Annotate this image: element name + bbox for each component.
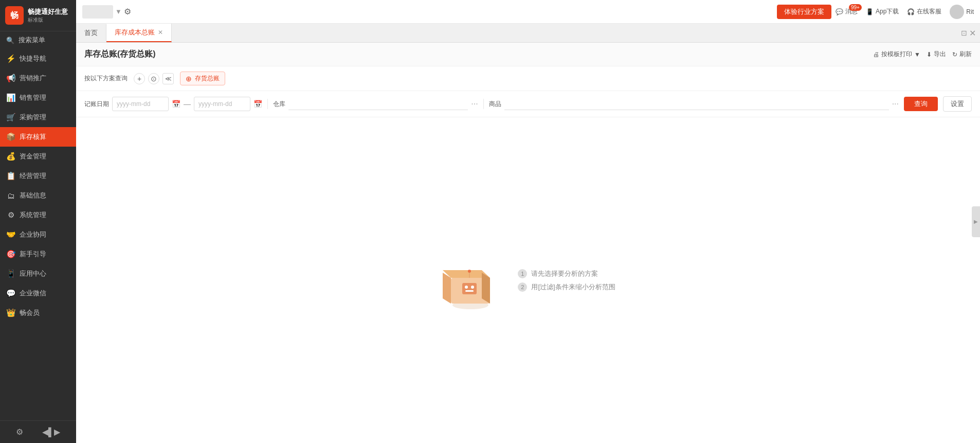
sidebar-item-operations[interactable]: 📋经营管理 xyxy=(0,166,76,186)
right-panel-indicator[interactable]: ▶ xyxy=(972,206,980,237)
nav-icon-guide: 🎯 xyxy=(6,250,15,259)
nav-label-finance: 资金管理 xyxy=(20,152,46,161)
nav-label-app-center: 应用中心 xyxy=(20,269,46,278)
headset-icon: 🎧 xyxy=(907,8,915,15)
user-avatar-area[interactable]: Rit xyxy=(950,5,974,19)
tab-inventory-ledger[interactable]: 库存成本总账 ✕ xyxy=(106,24,172,42)
goods-field: 商品 ··· xyxy=(489,98,899,110)
sidebar-item-vip[interactable]: 👑畅会员 xyxy=(0,303,76,323)
main-area: ▼ ⚙ 体验行业方案 💬 消息 99+ 📱 App下载 🎧 在线客服 Rit xyxy=(76,0,980,443)
page-content: 库存总账(存货总账) 🖨 按模板打印 ▼ ⬇ 导出 ↻ 刷新 xyxy=(76,43,980,443)
nav-icon-purchase: 🛒 xyxy=(6,113,15,122)
sidebar-item-finance[interactable]: 💰资金管理 xyxy=(0,147,76,166)
hint-num-2: 2 xyxy=(518,282,527,292)
notification-badge: 99+ xyxy=(849,4,862,11)
svg-marker-4 xyxy=(482,273,490,304)
topbar-right: 💬 消息 99+ 📱 App下载 🎧 在线客服 Rit xyxy=(836,5,974,19)
calendar-to-icon[interactable]: 📅 xyxy=(253,100,262,108)
date-field: 记账日期 📅 — 📅 xyxy=(84,97,262,111)
app-logo: 畅 畅捷通好生意 标准版 xyxy=(0,0,76,31)
scheme-icon: ⊕ xyxy=(186,75,192,83)
empty-hint-1: 1 请先选择要分析的方案 xyxy=(518,269,615,278)
nav-icon-wechat: 💬 xyxy=(6,289,15,298)
refresh-icon: ↻ xyxy=(952,51,957,58)
notifications-button[interactable]: 💬 消息 99+ xyxy=(836,7,858,16)
online-service-button[interactable]: 🎧 在线客服 xyxy=(907,7,941,16)
sidebar-item-basic-info[interactable]: 🗂基础信息 xyxy=(0,186,76,205)
panel-restore-icon[interactable]: ⊡ xyxy=(961,29,967,37)
nav-label-operations: 经营管理 xyxy=(20,171,46,181)
sidebar-item-sales[interactable]: 📊销售管理 xyxy=(0,88,76,108)
tab-close-icon[interactable]: ✕ xyxy=(158,29,163,36)
warehouse-more-icon[interactable]: ··· xyxy=(471,99,478,109)
sidebar-footer: ⚙ ◀▌▶ xyxy=(0,420,76,443)
sidebar-item-app-center[interactable]: 📱应用中心 xyxy=(0,264,76,283)
goods-more-icon[interactable]: ··· xyxy=(892,99,899,109)
refresh-button[interactable]: ↻ 刷新 xyxy=(952,50,972,59)
nav-icon-finance: 💰 xyxy=(6,152,15,161)
warehouse-input[interactable] xyxy=(288,98,468,110)
sidebar-item-quick-nav[interactable]: ⚡快捷导航 xyxy=(0,49,76,68)
date-to-input[interactable] xyxy=(194,97,250,111)
page-title: 库存总账(存货总账) xyxy=(84,49,156,60)
date-separator: — xyxy=(184,100,191,108)
nav-label-basic-info: 基础信息 xyxy=(20,191,46,200)
nav-label-system: 系统管理 xyxy=(20,210,46,220)
filter-add-button[interactable]: + xyxy=(134,73,145,84)
date-label: 记账日期 xyxy=(84,100,109,109)
sidebar-item-inventory[interactable]: 📦库存核算 xyxy=(0,127,76,147)
filter-scheme-item[interactable]: ⊕ 存货总账 xyxy=(180,72,225,85)
svg-point-10 xyxy=(468,270,471,273)
filter-collapse-button[interactable]: ≪ xyxy=(162,73,174,84)
warehouse-label: 仓库 xyxy=(273,100,285,109)
hint-num-1: 1 xyxy=(518,269,527,278)
filter-row: 按以下方案查询 + ⊙ ≪ ⊕ 存货总账 xyxy=(84,72,972,85)
nav-icon-inventory: 📦 xyxy=(6,132,15,141)
topbar-settings-icon[interactable]: ⚙ xyxy=(124,7,131,16)
nav-icon-marketing: 📢 xyxy=(6,74,15,83)
svg-rect-8 xyxy=(465,290,474,292)
sidebar-item-purchase[interactable]: 🛒采购管理 xyxy=(0,108,76,127)
warehouse-field: 仓库 ··· xyxy=(273,98,478,110)
page-header: 库存总账(存货总账) 🖨 按模板打印 ▼ ⬇ 导出 ↻ 刷新 xyxy=(76,43,980,66)
sidebar-item-cooperation[interactable]: 🤝企业协同 xyxy=(0,225,76,244)
empty-state: 1 请先选择要分析的方案 2 用[过滤]条件来缩小分析范围 xyxy=(76,117,980,443)
panel-close-icon[interactable]: ✕ xyxy=(969,28,976,38)
search-icon: 🔍 xyxy=(6,37,14,44)
nav-icon-system: ⚙ xyxy=(6,210,15,220)
filter-schema-button[interactable]: ⊙ xyxy=(148,73,159,84)
topbar-breadcrumb: ▼ ⚙ xyxy=(82,5,773,19)
nav-label-wechat: 企业微信 xyxy=(20,289,46,298)
sidebar-item-marketing[interactable]: 📢营销推广 xyxy=(0,68,76,88)
sidebar-item-wechat[interactable]: 💬企业微信 xyxy=(0,283,76,303)
industry-solution-button[interactable]: 体验行业方案 xyxy=(777,5,831,19)
export-button[interactable]: ⬇ 导出 xyxy=(927,50,946,59)
collapse-footer-btn[interactable]: ◀▌▶ xyxy=(42,427,60,437)
sidebar-item-system[interactable]: ⚙系统管理 xyxy=(0,205,76,225)
print-dropdown-icon: ▼ xyxy=(914,51,920,58)
goods-input[interactable] xyxy=(504,98,889,110)
nav-icon-operations: 📋 xyxy=(6,171,15,181)
calendar-from-icon[interactable]: 📅 xyxy=(172,100,180,108)
nav-label-marketing: 营销推广 xyxy=(20,74,46,83)
query-button[interactable]: 查询 xyxy=(904,97,938,111)
app-download-button[interactable]: 📱 App下载 xyxy=(866,7,899,16)
print-button[interactable]: 🖨 按模板打印 ▼ xyxy=(873,50,920,59)
settings-button[interactable]: 设置 xyxy=(943,96,972,112)
sidebar: 畅 畅捷通好生意 标准版 🔍 搜索菜单 ⚡快捷导航📢营销推广📊销售管理🛒采购管理… xyxy=(0,0,76,443)
nav-label-guide: 新手引导 xyxy=(20,250,46,259)
sidebar-item-guide[interactable]: 🎯新手引导 xyxy=(0,244,76,264)
print-icon: 🖨 xyxy=(873,51,879,58)
tab-home[interactable]: 首页 xyxy=(76,24,106,42)
breadcrumb-path xyxy=(82,5,113,19)
settings-footer-btn[interactable]: ⚙ xyxy=(16,427,23,437)
message-icon: 💬 xyxy=(836,8,843,15)
goods-label: 商品 xyxy=(489,100,501,109)
nav-label-purchase: 采购管理 xyxy=(20,113,46,122)
query-row: 记账日期 📅 — 📅 仓库 ··· 商品 ··· 查询 设置 xyxy=(76,91,980,117)
empty-hint-2: 2 用[过滤]条件来缩小分析范围 xyxy=(518,282,615,292)
sidebar-nav: ⚡快捷导航📢营销推广📊销售管理🛒采购管理📦库存核算💰资金管理📋经营管理🗂基础信息… xyxy=(0,49,76,420)
date-from-input[interactable] xyxy=(112,97,169,111)
search-menu[interactable]: 🔍 搜索菜单 xyxy=(0,31,76,49)
svg-point-6 xyxy=(465,286,468,289)
